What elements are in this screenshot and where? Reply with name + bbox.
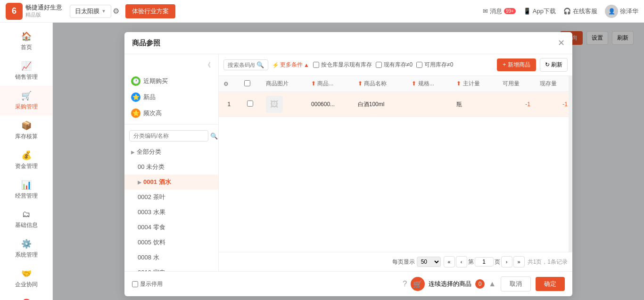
sidebar-label-collab: 企业协同 (15, 281, 38, 289)
refresh-product-btn[interactable]: ↻ 刷新 (540, 58, 568, 72)
sidebar-label-basic: 基础信息 (15, 221, 38, 229)
col-settings-icon[interactable]: ⚙ (223, 81, 229, 87)
frequent-label: 频次高 (143, 109, 162, 117)
display-disabled-option: 显示停用 (132, 280, 163, 288)
collapse-left-btn[interactable]: 《 (201, 59, 215, 71)
category-search-icon[interactable]: 🔍 (210, 133, 218, 140)
sidebar-item-system[interactable]: ⚙️ 系统管理 (0, 234, 52, 264)
modal-close-button[interactable]: ✕ (558, 38, 565, 48)
sidebar-item-sales[interactable]: 📈 销售管理 (0, 56, 52, 86)
col-stock-header: 现存量 (535, 76, 572, 92)
filter-btn[interactable]: ⚡ 更多条件 ▲ (272, 61, 309, 69)
logo-text-block: 畅捷通好生意 精品版 (25, 4, 62, 19)
product-table: ⚙ 商品图片 (219, 76, 572, 117)
col-spec-sort-icon: ⬆ (412, 80, 416, 87)
cat-liquor[interactable]: ▶ 0001 酒水 (124, 175, 218, 190)
sidebar-item-business[interactable]: 📊 经营管理 (0, 175, 52, 205)
frequent-btn[interactable]: ⭐ 频次高 (124, 105, 218, 121)
col-spec-header[interactable]: ⬆ 规格... (407, 76, 452, 92)
cat-liquor-arrow: ▶ (138, 180, 141, 185)
recent-purchase-btn[interactable]: 🕐 近期购买 (124, 73, 218, 89)
collapse-up-icon[interactable]: ▲ (488, 280, 496, 288)
cancel-btn[interactable]: 取消 (501, 276, 531, 292)
exp-btn[interactable]: 体验行业方案 (125, 4, 175, 18)
selector-label: 日太阳膜 (75, 7, 99, 16)
table-scrollbar[interactable] (569, 76, 572, 252)
checkbox-avail-neq0[interactable]: 可用库存≠0 (416, 61, 453, 69)
cat-fruit[interactable]: 0003 水果 (124, 205, 218, 220)
logo-text: 畅捷通好生意 (25, 4, 62, 12)
col-unit-header[interactable]: ⬆ 主计量 (452, 76, 498, 92)
col-code-header[interactable]: ⬆ 商品... (306, 76, 353, 92)
sidebar-label-inventory: 库存核算 (15, 133, 38, 141)
first-page-btn[interactable]: « (444, 256, 455, 267)
row-checkbox[interactable] (239, 92, 262, 117)
last-page-btn[interactable]: » (513, 256, 525, 267)
cat-water[interactable]: 0008 水 (124, 250, 218, 265)
col-available-label: 可用量 (503, 80, 520, 87)
settings-icon[interactable]: ⚙ (111, 7, 121, 16)
cat-all[interactable]: ▶ 全部分类 (124, 144, 218, 159)
cat-appliance[interactable]: 0010 家电 (124, 265, 218, 271)
sidebar-item-inventory[interactable]: 📦 库存核算 (0, 116, 52, 145)
sidebar-item-guide[interactable]: 🎯 新手引导 (0, 293, 52, 300)
add-product-btn[interactable]: + 新增商品 (497, 58, 536, 71)
col-spec-label: 规格... (418, 80, 434, 87)
business-icon: 📊 (21, 180, 32, 190)
next-page-btn[interactable]: › (501, 256, 512, 267)
page-number-input[interactable] (475, 257, 494, 267)
per-page-dropdown[interactable]: 50 10 20 100 (417, 257, 441, 267)
purchase-icon: 🛒 (21, 91, 32, 101)
guide-icon: 🎯 (21, 298, 32, 300)
checkbox-warehouse[interactable]: 按仓库显示现有库存 (313, 61, 372, 69)
cat-unclassified[interactable]: 00 未分类 (124, 159, 218, 175)
cat-beverage-label: 0005 饮料 (138, 238, 165, 247)
sidebar-item-basic[interactable]: 🗂 基础信息 (0, 205, 52, 234)
user-item[interactable]: 👤 徐泽华 (605, 5, 638, 18)
app-label: App下载 (533, 7, 556, 16)
cat-tea[interactable]: 0002 茶叶 (124, 190, 218, 205)
checkbox-stock-neq0[interactable]: 现有库存≠0 (376, 61, 413, 69)
prev-page-btn[interactable]: ‹ (456, 256, 467, 267)
checkbox-warehouse-input[interactable] (313, 62, 319, 68)
new-product-btn[interactable]: ⭐ 新品 (124, 89, 218, 105)
sidebar-item-purchase[interactable]: 🛒 采购管理 (0, 86, 52, 116)
msg-item[interactable]: ✉ 消息 99+ (483, 7, 516, 16)
row-image: 🖼 (261, 92, 306, 117)
col-settings: ⚙ (219, 76, 239, 92)
sidebar-item-collab[interactable]: 🤝 企业协同 (0, 264, 52, 293)
app-item[interactable]: 📱 App下载 (523, 7, 556, 16)
nav-selector[interactable]: 日太阳膜 ▼ (70, 5, 111, 18)
collab-icon: 🤝 (21, 268, 32, 279)
select-all-checkbox[interactable] (244, 80, 250, 86)
table-row[interactable]: 1 🖼 000600... 白酒100ml (219, 92, 572, 117)
category-search-input[interactable] (129, 130, 208, 142)
help-icon[interactable]: ? (403, 280, 407, 288)
col-available-header: 可用量 (498, 76, 535, 92)
display-disabled-label: 显示停用 (140, 280, 163, 288)
cat-snack[interactable]: 0004 零食 (124, 220, 218, 235)
col-name-header[interactable]: ⬆ 商品名称 (353, 76, 407, 92)
checkbox-avail-input[interactable] (416, 62, 422, 68)
sidebar-label-business: 经营管理 (15, 192, 38, 200)
cat-liquor-label: 0001 酒水 (143, 178, 171, 186)
checkbox-stock-input[interactable] (376, 62, 382, 68)
service-item[interactable]: 🎧 在线客服 (563, 7, 597, 16)
sidebar-item-finance[interactable]: 💰 资金管理 (0, 145, 52, 175)
pagination: 每页显示 50 10 20 100 « ‹ (219, 252, 572, 271)
col-stock-label: 现存量 (540, 80, 557, 87)
content-area: 查询 设置 刷新 商品参照 ✕ 《 (53, 23, 644, 300)
cat-fruit-label: 0003 水果 (138, 208, 165, 217)
display-disabled-checkbox[interactable] (132, 281, 138, 287)
product-search-icon[interactable]: 🔍 (256, 61, 264, 68)
recent-purchase-label: 近期购买 (143, 77, 168, 85)
product-search-input[interactable] (228, 62, 255, 68)
row-select-checkbox[interactable] (247, 100, 253, 107)
row-spec (407, 92, 452, 117)
sidebar-label-purchase: 采购管理 (15, 103, 38, 111)
sidebar-item-home[interactable]: 🏠 首页 (0, 26, 52, 56)
confirm-btn[interactable]: 确定 (536, 277, 565, 291)
col-unit-sort-icon: ⬆ (456, 80, 461, 87)
cat-beverage[interactable]: 0005 饮料 (124, 235, 218, 250)
cart-icon[interactable]: 🛒 (411, 277, 425, 291)
